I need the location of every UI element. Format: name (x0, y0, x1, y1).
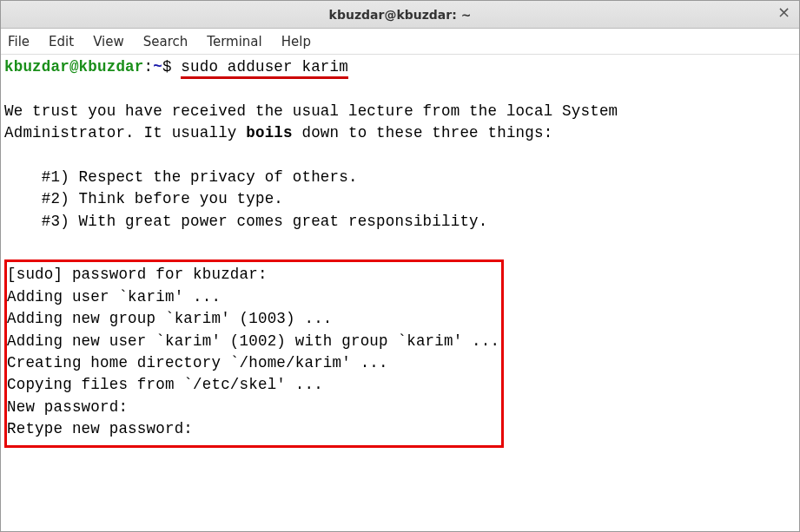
window-title: kbuzdar@kbuzdar: ~ (329, 8, 472, 22)
prompt-colon: : (144, 58, 154, 76)
close-icon[interactable]: × (777, 4, 790, 20)
lecture-line2b: down to these three things: (293, 124, 553, 141)
menu-view[interactable]: View (93, 34, 124, 49)
out-line5: Creating home directory `/home/karim' ..… (7, 352, 499, 374)
highlighted-output-box: [sudo] password for kbuzdar:Adding user … (4, 259, 504, 448)
titlebar: kbuzdar@kbuzdar: ~ × (1, 1, 799, 29)
out-line2: Adding user `karim' ... (7, 286, 499, 308)
menu-help[interactable]: Help (281, 34, 311, 49)
out-line8: Retype new password: (7, 418, 499, 440)
lecture-line2a: Administrator. It usually (4, 124, 246, 141)
lecture-line2-bold: boils (246, 124, 293, 141)
lecture-item2: #2) Think before you type. (4, 190, 283, 207)
prompt-path: ~ (153, 58, 162, 76)
menu-file[interactable]: File (8, 34, 30, 49)
menu-terminal[interactable]: Terminal (207, 34, 261, 49)
menu-search[interactable]: Search (143, 34, 188, 49)
out-line7: New password: (7, 397, 499, 418)
lecture-line1: We trust you have received the usual lec… (4, 102, 618, 120)
menubar: File Edit View Search Terminal Help (1, 29, 799, 55)
out-line4: Adding new user `karim' (1002) with grou… (7, 331, 499, 352)
out-line6: Copying files from `/etc/skel' ... (7, 374, 499, 396)
out-line3: Adding new group `karim' (1003) ... (7, 308, 499, 330)
prompt-userhost: kbuzdar@kbuzdar (4, 58, 144, 76)
lecture-item3: #3) With great power comes great respons… (4, 213, 488, 230)
terminal-content[interactable]: kbuzdar@kbuzdar:~$ sudo adduser karim We… (1, 55, 799, 531)
prompt-dollar: $ (162, 58, 181, 76)
lecture-blank1 (4, 147, 14, 164)
command-text: sudo adduser karim (181, 58, 348, 79)
lecture-blank2 (4, 234, 14, 252)
lecture-item1: #1) Respect the privacy of others. (4, 168, 358, 186)
out-line1: [sudo] password for kbuzdar: (7, 264, 499, 286)
terminal-window: kbuzdar@kbuzdar: ~ × File Edit View Sear… (0, 0, 800, 532)
menu-edit[interactable]: Edit (49, 34, 74, 49)
